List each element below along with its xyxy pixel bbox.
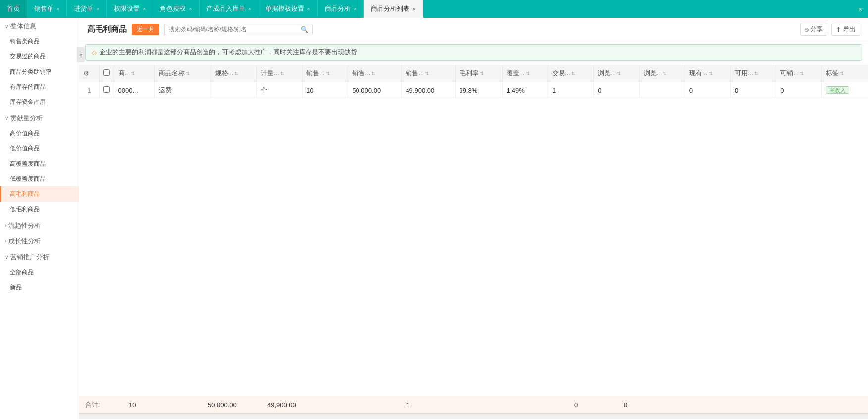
col-header-gross_margin[interactable]: 毛利率⇅ bbox=[455, 65, 502, 82]
footer-values: 10 50,000.00 49,900.00 1 0 0 bbox=[125, 401, 669, 409]
sidebar-item-0-3[interactable]: 有库存的商品 bbox=[0, 79, 79, 94]
col-label-browse1: 浏览... bbox=[598, 69, 616, 77]
search-box: 🔍 bbox=[164, 24, 313, 35]
col-header-sales_qty[interactable]: 销售...⇅ bbox=[303, 65, 348, 82]
nav-item-4[interactable]: 角色授权 × bbox=[153, 0, 199, 18]
sort-icon-coverage[interactable]: ⇅ bbox=[526, 71, 530, 76]
col-label-tag: 标签 bbox=[826, 69, 839, 77]
sidebar-group-header-1[interactable]: ∨贡献量分析 bbox=[0, 110, 79, 126]
sort-icon-browse2[interactable]: ⇅ bbox=[663, 71, 666, 76]
sidebar-item-1-0[interactable]: 高价值商品 bbox=[0, 126, 79, 141]
sort-icon-available_stock[interactable]: ⇅ bbox=[754, 71, 758, 76]
col-header-available_stock[interactable]: 可用...⇅ bbox=[730, 65, 776, 82]
row-checkbox[interactable] bbox=[103, 86, 110, 93]
sidebar-item-1-3[interactable]: 低覆盖度商品 bbox=[0, 171, 79, 186]
sort-icon-name[interactable]: ⇅ bbox=[186, 71, 190, 76]
sidebar-group-label-4: 营销推广分析 bbox=[10, 253, 49, 262]
main-layout: « ∨整体信息销售类商品交易过的商品商品分类助销率有库存的商品库存资金占用∨贡献… bbox=[0, 18, 868, 419]
sidebar-group-header-0[interactable]: ∨整体信息 bbox=[0, 18, 79, 34]
sidebar-item-4-0[interactable]: 全部商品 bbox=[0, 265, 79, 280]
sort-icon-sales_profit[interactable]: ⇅ bbox=[425, 71, 429, 76]
col-header-code[interactable]: 商...⇅ bbox=[114, 65, 154, 82]
col-header-current_stock[interactable]: 现有...⇅ bbox=[685, 65, 730, 82]
sidebar-item-0-4[interactable]: 库存资金占用 bbox=[0, 94, 79, 110]
col-header-trade_count[interactable]: 交易...⇅ bbox=[548, 65, 594, 82]
col-header-browse1[interactable]: 浏览...⇅ bbox=[594, 65, 639, 82]
sidebar-item-0-2[interactable]: 商品分类助销率 bbox=[0, 64, 79, 80]
nav-close-icon-1[interactable]: × bbox=[56, 6, 59, 12]
sort-icon-spec[interactable]: ⇅ bbox=[234, 71, 238, 76]
sidebar-item-1-5[interactable]: 低毛利商品 bbox=[0, 202, 79, 217]
search-icon[interactable]: 🔍 bbox=[301, 26, 308, 33]
col-label-current_stock: 现有... bbox=[689, 69, 708, 77]
col-label-trade_count: 交易... bbox=[552, 69, 570, 77]
nav-item-5[interactable]: 产成品入库单 × bbox=[200, 0, 258, 18]
nav-item-7[interactable]: 商品分析 × bbox=[318, 0, 364, 18]
sort-icon-sellable[interactable]: ⇅ bbox=[800, 71, 804, 76]
col-header-name[interactable]: 商品名称⇅ bbox=[154, 65, 211, 82]
col-header-settings[interactable]: ⚙ bbox=[79, 65, 99, 82]
window-close-button[interactable]: × bbox=[852, 0, 868, 18]
sidebar-group-header-4[interactable]: ∨营销推广分析 bbox=[0, 249, 79, 265]
sidebar-group-header-3[interactable]: ›成长性分析 bbox=[0, 233, 79, 249]
cell-current_stock: 0 bbox=[685, 82, 730, 98]
nav-close-icon-4[interactable]: × bbox=[189, 6, 192, 12]
nav-close-icon-3[interactable]: × bbox=[143, 6, 146, 12]
footer-total: 合计: 10 50,000.00 49,900.00 1 0 0 bbox=[79, 396, 868, 413]
sort-icon-gross_margin[interactable]: ⇅ bbox=[480, 71, 484, 76]
sort-icon-unit[interactable]: ⇅ bbox=[280, 71, 284, 76]
footer-spacer3 bbox=[511, 401, 570, 409]
col-header-sellable[interactable]: 可销...⇅ bbox=[776, 65, 822, 82]
cell-code: 0000... bbox=[114, 82, 154, 98]
nav-item-2[interactable]: 进货单 × bbox=[67, 0, 106, 18]
nav-close-icon-5[interactable]: × bbox=[248, 6, 251, 12]
col-header-browse2[interactable]: 浏览...⇅ bbox=[639, 65, 685, 82]
nav-item-8[interactable]: 商品分析列表 × bbox=[364, 0, 423, 18]
sidebar-item-0-1[interactable]: 交易过的商品 bbox=[0, 49, 79, 64]
filter-recent-month-button[interactable]: 近一月 bbox=[132, 24, 159, 35]
nav-close-icon-2[interactable]: × bbox=[96, 6, 99, 12]
sidebar-item-4-1[interactable]: 新品 bbox=[0, 280, 79, 295]
browse1-link[interactable]: 0 bbox=[598, 87, 601, 94]
cell-available_stock: 0 bbox=[730, 82, 776, 98]
sidebar-item-1-4[interactable]: 高毛利商品 bbox=[0, 186, 79, 202]
sort-icon-sales_qty[interactable]: ⇅ bbox=[326, 71, 330, 76]
sidebar-item-0-0[interactable]: 销售类商品 bbox=[0, 34, 79, 49]
horizontal-scrollbar[interactable] bbox=[79, 413, 868, 419]
nav-close-icon-8[interactable]: × bbox=[412, 6, 415, 12]
sort-icon-trade_count[interactable]: ⇅ bbox=[571, 71, 575, 76]
nav-item-0[interactable]: 首页 bbox=[0, 0, 27, 18]
col-header-tag[interactable]: 标签⇅ bbox=[822, 65, 868, 82]
sort-icon-sales_amount[interactable]: ⇅ bbox=[371, 71, 375, 76]
sidebar-group-label-0: 整体信息 bbox=[10, 22, 36, 31]
sort-icon-browse1[interactable]: ⇅ bbox=[617, 71, 621, 76]
settings-icon[interactable]: ⚙ bbox=[83, 70, 89, 77]
share-icon: ⎋ bbox=[805, 26, 809, 33]
sort-icon-code[interactable]: ⇅ bbox=[131, 71, 135, 76]
sidebar-group-header-2[interactable]: ›流趋性分析 bbox=[0, 217, 79, 233]
cell-checkbox bbox=[99, 82, 114, 98]
select-all-checkbox[interactable] bbox=[103, 69, 110, 76]
col-header-sales_profit[interactable]: 销售...⇅ bbox=[402, 65, 455, 82]
nav-close-icon-6[interactable]: × bbox=[307, 6, 310, 12]
export-button[interactable]: ⬆ 导出 bbox=[831, 23, 860, 36]
nav-close-icon-7[interactable]: × bbox=[354, 6, 357, 12]
sort-icon-tag[interactable]: ⇅ bbox=[840, 71, 844, 76]
col-header-coverage[interactable]: 覆盖...⇅ bbox=[502, 65, 548, 82]
sidebar-collapse-button[interactable]: « bbox=[77, 47, 85, 62]
nav-item-6[interactable]: 单据模板设置 × bbox=[258, 0, 317, 18]
col-label-unit: 计量... bbox=[261, 69, 279, 77]
col-header-sales_amount[interactable]: 销售...⇅ bbox=[348, 65, 402, 82]
col-header-spec[interactable]: 规格...⇅ bbox=[211, 65, 256, 82]
search-input[interactable] bbox=[169, 26, 299, 33]
nav-item-3[interactable]: 权限设置 × bbox=[107, 0, 153, 18]
nav-item-1[interactable]: 销售单 × bbox=[27, 0, 67, 18]
sort-icon-current_stock[interactable]: ⇅ bbox=[709, 71, 713, 76]
col-header-unit[interactable]: 计量...⇅ bbox=[256, 65, 302, 82]
share-button[interactable]: ⎋ 分享 bbox=[800, 23, 827, 36]
cell-browse2 bbox=[639, 82, 685, 98]
sidebar-item-1-1[interactable]: 低价值商品 bbox=[0, 141, 79, 156]
col-header-checkbox[interactable] bbox=[99, 65, 114, 82]
footer-total-label: 合计: bbox=[85, 400, 125, 409]
sidebar-item-1-2[interactable]: 高覆盖度商品 bbox=[0, 156, 79, 172]
